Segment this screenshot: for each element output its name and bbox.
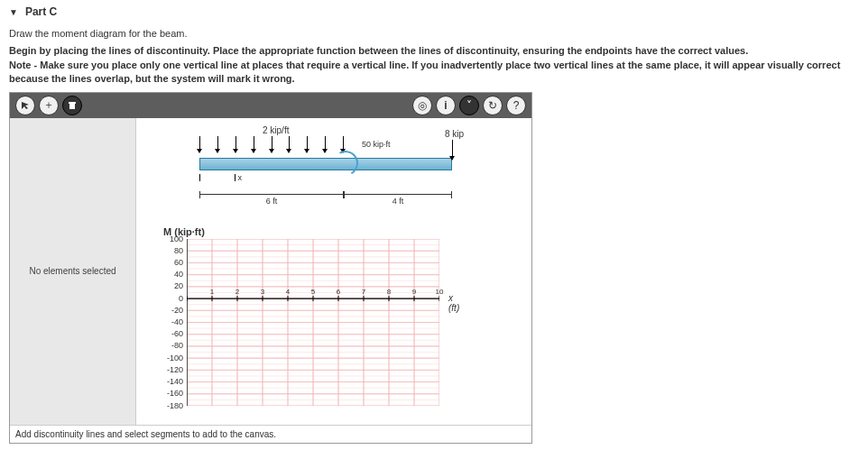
point-load-label: 8 kip (445, 129, 464, 139)
dim-6ft: 6 ft (199, 194, 344, 206)
instr-note-prefix: Note - (9, 60, 40, 70)
instructions: Draw the moment diagram for the beam. Be… (9, 27, 859, 87)
help-button[interactable]: ? (506, 96, 526, 115)
y-axis-ticks: 100806040200-20-40-60-80-100-120-140-160… (163, 226, 185, 393)
refresh-button[interactable]: ↻ (483, 96, 503, 115)
part-label: Part C (25, 5, 57, 18)
instr-line2: Make sure you place only one vertical li… (9, 60, 840, 84)
point-load-arrow-icon (452, 140, 453, 158)
delete-tool-button[interactable] (62, 96, 82, 115)
plot-grid[interactable]: x (ft) (187, 239, 439, 406)
info-button[interactable]: i (436, 96, 456, 115)
beam-figure: 2 kip/ft 50 kip·ft 8 kip x 6 ft 4 ft (172, 124, 497, 223)
x-marker: x (199, 174, 254, 183)
svg-rect-1 (69, 102, 76, 104)
graph-canvas: ＋ ◎ i ˅ ↻ ? No elements selected 2 kip/f… (9, 92, 532, 444)
plot-ylabel: M (kip·ft) (163, 226, 506, 237)
more-button[interactable]: ˅ (459, 96, 479, 115)
drawing-area[interactable]: 2 kip/ft 50 kip·ft 8 kip x 6 ft 4 ft (136, 118, 531, 425)
canvas-status-bar: Add discontinuity lines and select segme… (10, 425, 531, 443)
moment-label: 50 kip·ft (362, 140, 391, 149)
canvas-toolbar: ＋ ◎ i ˅ ↻ ? (10, 93, 531, 118)
instr-line1: Begin by placing the lines of discontinu… (9, 45, 748, 56)
plot-xlabel: x (ft) (448, 293, 459, 313)
moment-plot[interactable]: M (kip·ft) 100806040200-20-40-60-80-100-… (163, 226, 506, 416)
selection-panel: No elements selected (10, 118, 136, 425)
dist-load-arrows (199, 136, 344, 158)
selection-status: No elements selected (29, 266, 115, 276)
part-header[interactable]: ▼ Part C (9, 5, 859, 18)
dist-load-label: 2 kip/ft (263, 125, 289, 135)
beam-dimensions: 6 ft 4 ft (199, 194, 452, 206)
beam-body (199, 158, 452, 170)
dim-4ft: 4 ft (344, 194, 452, 206)
zoom-fit-button[interactable]: ◎ (412, 96, 432, 115)
add-tool-button[interactable]: ＋ (39, 96, 59, 115)
collapse-icon: ▼ (9, 7, 18, 17)
task-text: Draw the moment diagram for the beam. (9, 27, 859, 41)
svg-rect-0 (69, 104, 75, 109)
pointer-tool-button[interactable] (15, 96, 35, 115)
canvas-hint: Add discontinuity lines and select segme… (15, 429, 276, 439)
